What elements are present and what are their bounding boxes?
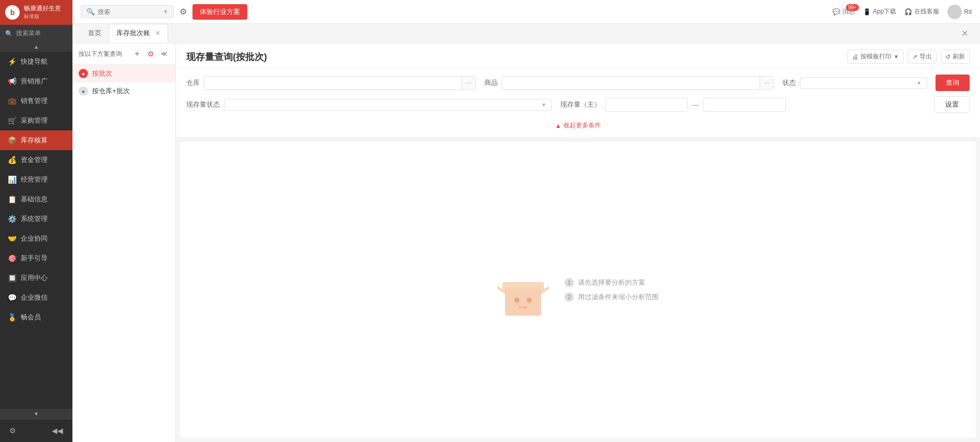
purchase-icon: 🛒 <box>7 116 17 125</box>
sidebar-item-system[interactable]: ⚙️ 系统管理 <box>0 209 72 229</box>
marketing-icon: 📢 <box>7 77 17 86</box>
sidebar-item-operations[interactable]: 📊 经营管理 <box>0 170 72 189</box>
sidebar-item-finance[interactable]: 💰 资金管理 <box>0 150 72 170</box>
tab-bar: 首页 库存批次账 ✕ ✕ <box>72 24 980 43</box>
message-badge: 99+ <box>846 4 859 11</box>
collapse-more-btn[interactable]: ▲ 收起更多条件 <box>186 118 970 131</box>
inventory-qty-to-input[interactable] <box>703 98 786 112</box>
sidebar-item-sales[interactable]: 💼 销售管理 <box>0 91 72 111</box>
tab-home[interactable]: 首页 <box>81 24 109 43</box>
empty-tips: 1 请先选择要分析的方案 2 用过滤条件来缩小分析范围 <box>565 278 659 302</box>
filter-row-2: 现存量状态 ▼ 现存量（主） — 设置 <box>186 96 970 113</box>
scroll-down-btn[interactable]: ▼ <box>0 409 72 419</box>
top-bar: 🔍 ▼ ⚙ 体验行业方案 💬 消息 99+ 📱 App下载 🎧 在线客服 <box>72 0 980 24</box>
finance-icon: 💰 <box>7 155 17 165</box>
basic-icon: 📋 <box>7 195 17 204</box>
product-input[interactable] <box>502 77 760 90</box>
member-icon: 🏅 <box>7 313 17 322</box>
plan-item-by-batch[interactable]: ● 按批次 <box>72 65 175 82</box>
print-btn[interactable]: 🖨 按模板打印 ▼ <box>848 50 903 64</box>
main-area: 🔍 ▼ ⚙ 体验行业方案 💬 消息 99+ 📱 App下载 🎧 在线客服 <box>72 0 980 442</box>
chevron-down-icon: ▼ <box>916 80 922 86</box>
sidebar-item-purchase[interactable]: 🛒 采购管理 <box>0 111 72 130</box>
export-btn[interactable]: ↗ 导出 <box>908 50 937 64</box>
scroll-up-btn[interactable]: ▲ <box>0 42 72 52</box>
gear-plan-btn[interactable]: ⚙ <box>145 49 156 59</box>
top-search-input[interactable] <box>98 8 160 16</box>
sidebar-nav: ⚡ 快捷导航 📢 营销推广 💼 销售管理 🛒 采购管理 📦 库存核算 💰 资金管… <box>0 52 72 409</box>
sidebar-item-apps[interactable]: 🔲 应用中心 <box>0 268 72 288</box>
svg-point-3 <box>527 298 532 303</box>
tab-close-btn[interactable]: ✕ <box>155 30 160 37</box>
sidebar-item-basic[interactable]: 📋 基础信息 <box>0 189 72 209</box>
plan-icon-active: ● <box>79 69 88 78</box>
sidebar-search[interactable]: 🔍 搜索菜单 <box>0 25 72 42</box>
left-panel: 按以下方案查询 + ⚙ ≪ ● 按批次 ● 按仓库+批次 <box>72 43 176 442</box>
refresh-btn[interactable]: ↺ 刷新 <box>941 50 970 64</box>
tab-label: 库存批次账 <box>116 28 150 38</box>
close-tab-btn[interactable]: ✕ <box>957 26 972 41</box>
top-search-box[interactable]: 🔍 ▼ <box>81 5 174 18</box>
sales-icon: 💼 <box>7 96 17 106</box>
sidebar-item-label: 企业微信 <box>21 293 48 302</box>
range-dash: — <box>692 100 699 109</box>
tip-text-2: 用过滤条件来缩小分析范围 <box>578 292 659 302</box>
empty-state: 1 请先选择要分析的方案 2 用过滤条件来缩小分析范围 <box>180 142 976 438</box>
sidebar-item-label: 畅会员 <box>21 313 41 322</box>
apps-icon: 🔲 <box>7 273 17 283</box>
status-select[interactable]: ▼ <box>800 77 927 89</box>
warehouse-input[interactable] <box>204 77 462 90</box>
sidebar-item-label: 系统管理 <box>21 214 48 224</box>
inventory-qty-from-input[interactable] <box>605 98 688 112</box>
message-btn[interactable]: 💬 消息 99+ <box>833 7 855 16</box>
experience-btn[interactable]: 体验行业方案 <box>192 4 247 20</box>
tip-num-2: 2 <box>565 292 574 302</box>
sidebar-item-member[interactable]: 🏅 畅会员 <box>0 307 72 327</box>
user-avatar <box>947 5 962 19</box>
newbie-icon: 🎯 <box>7 254 17 263</box>
headset-icon: 🎧 <box>904 8 912 16</box>
sidebar-item-label: 快捷导航 <box>21 57 48 66</box>
warehouse-input-wrap: ··· <box>204 76 476 90</box>
export-icon: ↗ <box>912 53 917 61</box>
query-button[interactable]: 查询 <box>936 75 970 91</box>
sidebar-item-inventory[interactable]: 📦 库存核算 <box>0 130 72 150</box>
settings-footer-btn[interactable]: ⚙ <box>7 424 18 437</box>
app-title-group: 畅康通好生意 标准版 <box>24 5 61 20</box>
export-label: 导出 <box>919 52 932 61</box>
tip-num-1: 1 <box>565 278 574 287</box>
settings-icon[interactable]: ⚙ <box>178 7 188 17</box>
settings-button[interactable]: 设置 <box>934 96 970 113</box>
sidebar-item-enterprise[interactable]: 🤝 企业协同 <box>0 229 72 248</box>
filter-area: 仓库 ··· 商品 ··· 状态 <box>176 68 980 138</box>
add-plan-btn[interactable]: + <box>132 49 142 59</box>
plan-item-by-warehouse-batch[interactable]: ● 按仓库+批次 <box>72 82 175 100</box>
print-icon: 🖨 <box>852 53 858 61</box>
warehouse-dots-btn[interactable]: ··· <box>462 77 476 89</box>
svg-rect-1 <box>502 282 544 290</box>
enterprise-icon: 🤝 <box>7 234 17 243</box>
sidebar-item-marketing[interactable]: 📢 营销推广 <box>0 71 72 91</box>
sidebar-item-label: 新手引导 <box>21 254 48 263</box>
sidebar: b 畅康通好生意 标准版 🔍 搜索菜单 ▲ ⚡ 快捷导航 📢 营销推广 💼 销售… <box>0 0 72 442</box>
product-input-wrap: ··· <box>502 76 774 90</box>
sidebar-item-shortcuts[interactable]: ⚡ 快捷导航 <box>0 52 72 71</box>
collapse-sidebar-btn[interactable]: ◀◀ <box>50 424 65 437</box>
status-label: 状态 <box>782 78 796 87</box>
product-dots-btn[interactable]: ··· <box>760 77 774 89</box>
tab-batch[interactable]: 库存批次账 ✕ <box>109 24 168 43</box>
search-icon: 🔍 <box>86 8 95 16</box>
sidebar-item-wechat[interactable]: 💬 企业微信 <box>0 288 72 307</box>
sidebar-item-newbie[interactable]: 🎯 新手引导 <box>0 248 72 268</box>
sidebar-item-label: 资金管理 <box>21 155 48 165</box>
online-service-btn[interactable]: 🎧 在线客服 <box>904 7 939 16</box>
empty-illustration <box>497 264 549 316</box>
user-profile-btn[interactable]: Rit <box>947 5 972 19</box>
plan-label: 按批次 <box>92 69 112 78</box>
app-download-btn[interactable]: 📱 App下载 <box>863 7 896 16</box>
collapse-panel-btn[interactable]: ≪ <box>159 49 169 59</box>
inventory-status-select[interactable]: ▼ <box>224 99 552 111</box>
inventory-status-filter-group: 现存量状态 ▼ <box>186 99 552 111</box>
top-bar-left: 🔍 ▼ ⚙ 体验行业方案 <box>81 4 826 20</box>
app-logo: b <box>5 5 20 20</box>
